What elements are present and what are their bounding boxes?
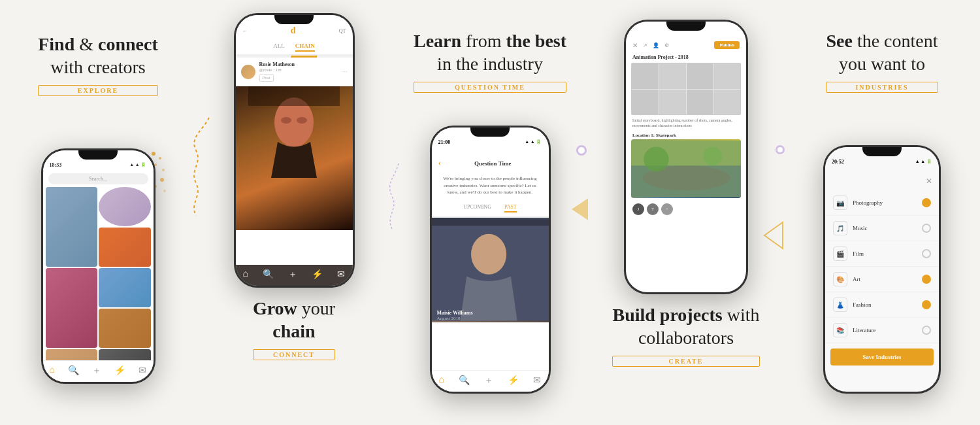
nav3-search[interactable]: 🔍 (459, 375, 470, 386)
nav-home-icon[interactable]: ⌂ (50, 365, 55, 377)
section5-tag[interactable]: INDUSTRIES (826, 82, 938, 93)
literature-radio[interactable] (922, 326, 931, 335)
art-radio[interactable] (922, 275, 931, 284)
photography-radio[interactable] (922, 198, 931, 207)
tab3-upcoming[interactable]: UPCOMING (463, 204, 491, 212)
literature-icon: 📚 (833, 323, 847, 337)
collaborator-av1: J (632, 203, 644, 215)
section-build-projects: ✕ ↗ 👤 ⚙ Publish Animation Project - 2018 (588, 0, 784, 425)
tab3-past[interactable]: PAST (504, 204, 517, 212)
svg-point-23 (703, 146, 722, 165)
section3-title: Learn from the bestin the industry (414, 29, 566, 75)
music-icon: 🎵 (833, 221, 847, 235)
phone4-notch (666, 22, 706, 31)
post-handle: @rosie · 1m (259, 67, 295, 73)
close-icon[interactable]: ✕ (926, 177, 932, 186)
svg-point-7 (163, 190, 166, 192)
industry-fashion[interactable]: 👗 Fashion (825, 292, 939, 318)
nav-bolt-icon[interactable]: ⚡ (114, 365, 125, 377)
nav2-search[interactable]: 🔍 (263, 269, 274, 280)
post-username: Rosie Matheson (259, 61, 295, 67)
section4-title: Build projects withcollaborators (612, 303, 759, 349)
section2-title: Grow yourchain (253, 297, 335, 343)
section4-tag[interactable]: CREATE (612, 356, 759, 367)
phone2-tabs: ALL CHAIN (236, 40, 353, 56)
video-date: August 2018 (437, 316, 461, 321)
svg-rect-15 (432, 219, 549, 226)
project-description: Initial storyboard, highlighting number … (626, 115, 746, 131)
phone5-header: ✕ (825, 166, 939, 190)
nav-mail-icon[interactable]: ✉ (139, 365, 146, 377)
phone1-grid (46, 187, 151, 382)
film-radio[interactable] (922, 249, 931, 258)
phone1-nav: ⌂ 🔍 ＋ ⚡ ✉ (43, 360, 154, 382)
section1-title: Find & connectwith creators (38, 33, 158, 78)
collaborator-av3: + (661, 203, 673, 215)
svg-rect-21 (631, 165, 741, 197)
save-industries-button[interactable]: Save Industries (830, 348, 934, 366)
app-logo: d (291, 26, 296, 36)
phone3: 21:00 ▲ ▲ 🔋 ‹ Question Time We're bringi… (430, 126, 551, 394)
project-location: Location 1: Skatepark (626, 131, 746, 139)
phone3-tabs: UPCOMING PAST (432, 200, 549, 218)
post-more-icon[interactable]: ··· (342, 68, 348, 75)
music-radio[interactable] (922, 224, 931, 233)
section-grow-chain: ← d QT ALL CHAIN Rosie Matheson @rosie ·… (196, 0, 392, 425)
svg-point-1 (159, 157, 161, 160)
project-collaborators: J T + (626, 201, 746, 218)
close-icon[interactable]: ✕ (632, 42, 638, 49)
section2-tag[interactable]: CONNECT (253, 349, 335, 360)
phone1-search[interactable]: Search... (48, 173, 148, 184)
svg-point-3 (162, 169, 165, 171)
grid-cell-6 (99, 309, 151, 348)
art-icon: 🎨 (833, 272, 847, 286)
phone1: 18:33 ▲ ▲ 🔋 Search... ⌂ 🔍 ＋ (41, 148, 155, 384)
phone2-photo (236, 86, 353, 230)
grid-cell-5 (99, 268, 151, 307)
svg-point-5 (160, 178, 164, 182)
publish-button[interactable]: Publish (714, 41, 740, 49)
phone3-notch (470, 128, 510, 137)
nav-search-icon[interactable]: 🔍 (68, 365, 79, 377)
industry-music[interactable]: 🎵 Music (825, 216, 939, 241)
industry-film[interactable]: 🎬 Film (825, 241, 939, 267)
nav3-home[interactable]: ⌂ (439, 375, 444, 386)
post-type-label: Post (259, 74, 274, 82)
settings-icon[interactable]: ⚙ (664, 42, 669, 48)
share-icon[interactable]: ↗ (643, 42, 647, 48)
section-see-content: See the contentyou want to INDUSTRIES 20… (784, 0, 980, 425)
industry-literature[interactable]: 📚 Literature (825, 318, 939, 343)
nav-add-icon[interactable]: ＋ (92, 365, 101, 377)
phone4: ✕ ↗ 👤 ⚙ Publish Animation Project - 2018 (624, 20, 748, 294)
nav3-mail[interactable]: ✉ (533, 375, 541, 386)
tab-all[interactable]: ALL (273, 42, 285, 52)
nav2-add[interactable]: ＋ (288, 269, 297, 280)
section5-title: See the contentyou want to (826, 29, 938, 75)
svg-point-14 (470, 233, 506, 274)
grid-cell-1 (46, 187, 98, 267)
nav2-mail[interactable]: ✉ (337, 269, 345, 280)
industry-photography[interactable]: 📷 Photography (825, 190, 939, 216)
section-learn: Learn from the bestin the industry QUEST… (392, 0, 588, 425)
nav2-home[interactable]: ⌂ (243, 269, 248, 280)
phone2-nav: ⌂ 🔍 ＋ ⚡ ✉ (236, 265, 353, 286)
section1-tag[interactable]: EXPLORE (38, 85, 158, 96)
collaborator-av2: T (647, 203, 659, 215)
svg-point-22 (644, 146, 668, 171)
phone3-video: Maisie Williams August 2018 (432, 218, 549, 322)
nav3-add[interactable]: ＋ (484, 375, 493, 386)
tab-chain[interactable]: CHAIN (295, 42, 315, 52)
industry-art[interactable]: 🎨 Art (825, 267, 939, 292)
fashion-radio[interactable] (922, 300, 931, 309)
nav2-bolt[interactable]: ⚡ (312, 269, 323, 280)
back-arrow-icon[interactable]: ‹ (438, 158, 442, 169)
person-figure (248, 86, 340, 230)
phone5-notch (862, 147, 902, 156)
person-icon[interactable]: 👤 (653, 42, 659, 48)
section3-tag[interactable]: QUESTION TIME (414, 82, 566, 93)
film-icon: 🎬 (833, 246, 847, 261)
svg-rect-9 (248, 86, 340, 106)
phone3-description: We're bringing you closer to the people … (432, 171, 549, 200)
skatepark-image (631, 139, 741, 198)
nav3-bolt[interactable]: ⚡ (508, 375, 519, 386)
